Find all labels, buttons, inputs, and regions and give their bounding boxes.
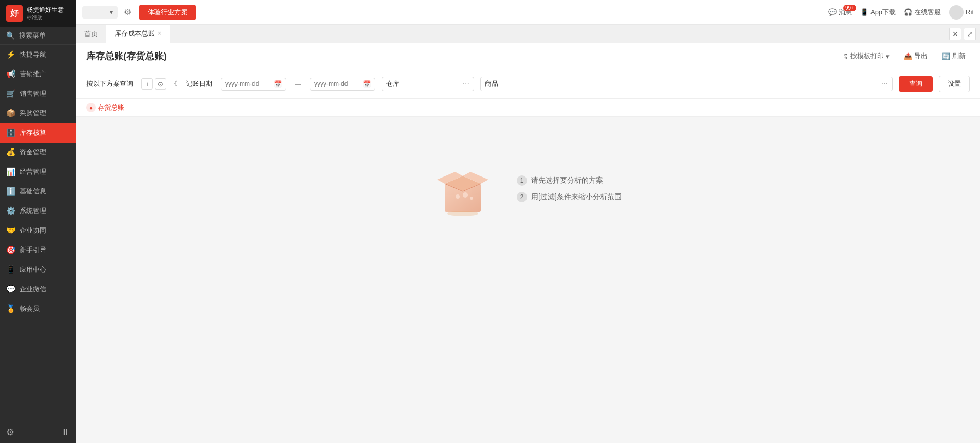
user-profile[interactable]: Rit [949,5,974,20]
filter-buttons: + ⊙ 《 [141,78,179,90]
topbar: ▾ ⚙ 体验行业方案 💬 消息 99+ 📱 App下载 🎧 在线客服 Rit [76,0,980,25]
sidebar-nav: ⚡ 快捷导航 📢 营销推广 🛒 销售管理 📦 采购管理 🗄️ 库存核算 💰 资金… [0,45,76,421]
sidebar-item-wechat[interactable]: 💬 企业微信 [0,279,76,299]
sidebar-search[interactable]: 🔍 搜索菜单 [0,27,76,45]
sidebar-item-member[interactable]: 🏅 畅会员 [0,299,76,318]
refresh-icon: 🔄 [942,52,950,60]
sidebar-item-newbie[interactable]: 🎯 新手引导 [0,240,76,260]
sidebar-item-purchase[interactable]: 📦 采购管理 [0,103,76,123]
svg-point-8 [470,197,473,200]
trial-button[interactable]: 体验行业方案 [139,5,196,20]
empty-state: 1 请先选择要分析的方案 2 用[过滤]条件来缩小分析范围 [76,117,980,261]
goods-field[interactable]: 商品 ··· [480,77,893,91]
scheme-item[interactable]: ● 存货总账 [86,103,124,112]
wechat-icon: 💬 [6,285,15,294]
logo-text: 畅捷通好生意 标准版 [27,6,64,21]
sidebar-item-enterprise[interactable]: 🤝 企业协同 [0,221,76,240]
goods-label: 商品 [485,79,498,88]
filter-collapse-button[interactable]: 《 [168,78,179,90]
nav-label [87,8,107,17]
operations-icon: 📊 [6,167,15,176]
export-icon: 📤 [904,52,912,60]
date-end-input[interactable] [314,80,360,87]
warehouse-label: 仓库 [386,79,400,88]
sidebar-item-marketing[interactable]: 📢 营销推广 [0,64,76,84]
tab-home[interactable]: 首页 [76,25,106,43]
logo-icon: 好 [6,5,23,22]
empty-tips: 1 请先选择要分析的方案 2 用[过滤]条件来缩小分析范围 [517,175,622,202]
gear-button[interactable]: ⚙ [120,5,135,19]
warehouse-field[interactable]: 仓库 ··· [382,77,474,91]
print-chevron-icon: ▾ [886,52,890,60]
sidebar-item-sales[interactable]: 🛒 销售管理 [0,84,76,103]
page-title: 库存总账(存货总账) [86,50,167,62]
newbie-icon: 🎯 [6,245,15,255]
calendar-start-icon[interactable]: 📅 [274,80,282,88]
sidebar-item-system[interactable]: ⚙️ 系统管理 [0,201,76,221]
tab-close-window-button[interactable]: ✕ [949,28,961,40]
phone-icon: 📱 [860,8,868,16]
sidebar-item-operations[interactable]: 📊 经营管理 [0,162,76,182]
audio-icon[interactable]: ⏸ [61,427,70,438]
empty-tip-1: 1 请先选择要分析的方案 [517,175,622,186]
page-content: 库存总账(存货总账) 🖨 按模板打印 ▾ 📤 导出 🔄 刷新 [76,43,980,443]
message-badge: 99+ [843,5,856,11]
purchase-icon: 📦 [6,109,15,118]
goods-more-icon[interactable]: ··· [881,79,888,88]
sidebar-item-basic-info[interactable]: ℹ️ 基础信息 [0,182,76,201]
enterprise-icon: 🤝 [6,226,15,235]
filter-add-button[interactable]: + [141,78,153,90]
headset-icon: 🎧 [904,8,912,16]
tab-expand-button[interactable]: ⤢ [964,28,976,40]
marketing-icon: 📢 [6,69,15,79]
system-icon: ⚙️ [6,206,15,216]
message-button[interactable]: 💬 消息 99+ [828,8,852,17]
date-start-field[interactable]: 📅 [221,78,286,91]
sidebar-item-inventory[interactable]: 🗄️ 库存核算 [0,123,76,143]
app-download-button[interactable]: 📱 App下载 [860,8,896,17]
empty-illustration [434,158,496,220]
finance-icon: 💰 [6,148,15,157]
filter-row: 按以下方案查询 + ⊙ 《 记账日期 📅 — 📅 仓库 [86,76,970,92]
main-content: ▾ ⚙ 体验行业方案 💬 消息 99+ 📱 App下载 🎧 在线客服 Rit [76,0,980,443]
svg-point-6 [456,194,460,199]
calendar-end-icon[interactable]: 📅 [362,80,371,88]
empty-tip-2: 2 用[过滤]条件来缩小分析范围 [517,192,622,202]
nav-back-button[interactable]: ▾ [82,6,118,19]
export-button[interactable]: 📤 导出 [900,49,932,63]
scheme-indicator-icon: ● [86,103,96,112]
refresh-button[interactable]: 🔄 刷新 [938,49,970,63]
date-end-field[interactable]: 📅 [310,78,375,91]
sidebar-item-app-center[interactable]: 📱 应用中心 [0,260,76,279]
message-icon: 💬 [828,8,837,16]
settings-button[interactable]: 设置 [939,76,970,92]
sidebar-bottom: ⚙ ⏸ [0,421,76,443]
tab-close-button[interactable]: × [158,30,161,37]
sales-icon: 🛒 [6,89,15,98]
filter-scheme-button[interactable]: ⊙ [155,78,166,90]
topbar-right: 💬 消息 99+ 📱 App下载 🎧 在线客服 Rit [828,5,974,20]
sidebar-item-finance[interactable]: 💰 资金管理 [0,143,76,162]
warehouse-more-icon[interactable]: ··· [463,79,469,88]
tabs-right: ✕ ⤢ [949,28,980,40]
tab-inventory-ledger[interactable]: 库存成本总账 × [106,25,170,43]
date-separator: — [295,80,301,88]
svg-point-7 [463,192,468,198]
quick-nav-icon: ⚡ [6,50,15,59]
date-start-input[interactable] [225,80,271,87]
tip-num-2: 2 [517,192,527,202]
avatar [949,5,964,20]
online-service-button[interactable]: 🎧 在线客服 [904,8,941,17]
scheme-row: ● 存货总账 [76,99,980,117]
date-label: 记账日期 [186,79,212,88]
tabs-bar: 首页 库存成本总账 × ✕ ⤢ [76,25,980,43]
chevron-down-icon: ▾ [110,9,113,16]
query-button[interactable]: 查询 [899,76,933,92]
svg-point-9 [447,211,478,216]
sidebar-item-quick-nav[interactable]: ⚡ 快捷导航 [0,45,76,64]
settings-icon[interactable]: ⚙ [6,427,14,438]
print-button[interactable]: 🖨 按模板打印 ▾ [838,49,894,63]
topbar-left: ▾ ⚙ 体验行业方案 [82,5,828,20]
header-actions: 🖨 按模板打印 ▾ 📤 导出 🔄 刷新 [838,49,970,63]
sidebar-logo: 好 畅捷通好生意 标准版 [0,0,76,27]
